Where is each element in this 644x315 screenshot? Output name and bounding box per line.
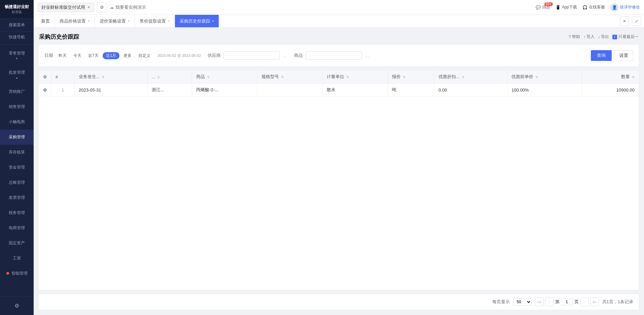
table-col-quoted[interactable]: 报价 ⇅ [388,70,434,83]
sidebar-item-payroll[interactable]: 工资 [0,251,34,266]
goods-more-icon[interactable]: … [365,53,369,58]
date-option-7days[interactable]: 近7天 [85,52,101,59]
table-col-more[interactable]: ... ⇅ [147,70,192,83]
table-row: ⚙ 1 2023-05-31 浙江... 丙烯酸-2-... 散水 吨 0.00… [39,83,639,97]
date-option-today[interactable]: 今天 [71,52,84,59]
help-label: 帮助 [572,34,580,40]
only-last-checkbox[interactable]: ✓ 只看最后一 [612,34,639,40]
sidebar-item-inventory[interactable]: 库存核算 [0,145,34,160]
page-last-button[interactable]: ⏭ [590,298,599,306]
help-button[interactable]: ? 帮助 [569,34,580,40]
sidebar-item-label: 资金管理 [9,165,25,170]
settings-button[interactable]: 设置 [614,50,633,61]
data-table-container: ⚙ # 业务发生... ⇅ ... ⇅ 商品 ⇅ 规格型号 ⇅ 计量单位 ⇅ 报… [39,70,639,290]
topbar-settings-button[interactable]: ⚙ [97,2,107,12]
sidebar-item-purchase[interactable]: 采购管理 [0,130,34,145]
sort-icon: ⇅ [403,75,405,79]
tab-sale-extract[interactable]: 售价提取设置 × [135,15,175,27]
demo-button[interactable]: ☁ 我要看实例演示 [110,4,146,10]
export-button[interactable]: ↓ 导出 [598,34,609,40]
message-button[interactable]: 💬 消息 99+ [536,4,550,10]
sidebar-item-wholesale[interactable]: 批发管理 ▲ [0,65,34,84]
sidebar-item-sales[interactable]: 销售管理 [0,99,34,114]
page-prev-button[interactable]: ‹ [545,298,554,306]
phone-icon: 📱 [556,5,561,10]
page-number-input[interactable] [561,299,573,305]
tab-home[interactable]: 首页 [36,15,55,27]
message-badge: 99+ [544,2,553,6]
tab-price[interactable]: 商品价格设置 × [55,15,95,27]
row-spec [257,83,323,97]
close-icon[interactable]: × [168,19,170,23]
sidebar-item-retail[interactable]: 零售管理 ▼ [0,46,34,65]
sidebar-search[interactable]: 搜索菜单 [0,19,34,32]
per-page-select[interactable]: 50 100 200 [513,298,532,306]
tabbar-tabs: 首页 商品价格设置 × 进价策略设置 × 售价提取设置 × 采购历史价跟踪 × [36,15,219,27]
tab-fullscreen-button[interactable]: ⤢ [632,16,641,26]
table-col-pre-discount-price[interactable]: 优惠前单价 ⇅ [507,70,582,83]
tab-purchase-history[interactable]: 采购历史价跟踪 × [175,15,219,27]
date-option-more[interactable]: 更多 [121,52,134,59]
table-col-date[interactable]: 业务发生... ⇅ [74,70,147,83]
sidebar-item-label: 营销推广 [9,89,25,95]
table-col-quantity[interactable]: 数量 ⇅ [582,70,639,83]
table-col-goods[interactable]: 商品 ⇅ [192,70,257,83]
sort-icon: ⇅ [157,75,160,79]
row-discount: 0.00 [434,83,507,97]
page-total: 共1页，1条记录 [602,299,633,305]
sidebar-item-finance[interactable]: 资金管理 [0,160,34,175]
settings-icon[interactable]: ⚙ [0,300,34,312]
app-download-button[interactable]: 📱 App下载 [556,4,577,10]
sort-icon: ⇅ [346,75,349,79]
per-page-label: 每页显示 [492,299,510,305]
row-gear[interactable]: ⚙ [39,83,51,97]
export-label: 导出 [601,34,609,40]
query-button[interactable]: 查询 [591,50,612,61]
online-service-button[interactable]: 🎧 在线客服 [582,4,605,10]
table-col-discount[interactable]: 优惠折扣... ⇅ [434,70,507,83]
close-icon[interactable]: × [88,19,90,23]
company-selector[interactable]: 好业财标准版交付试用 ▼ [38,3,94,12]
sidebar: 畅捷通好业财 标准版 搜索菜单 快捷导航 零售管理 ▼ 批发管理 ▲ 营销推广 … [0,0,34,315]
date-option-yesterday[interactable]: 昨天 [56,52,69,59]
sidebar-item-label: 智能管理 [11,271,28,276]
demo-label: 我要看实例演示 [115,4,146,10]
page-header: 采购历史价跟踪 ? 帮助 ↑ 导入 ↓ 导出 ✓ 只 [39,33,639,41]
table-col-gear[interactable]: ⚙ [39,70,51,83]
supplier-more-icon[interactable]: … [283,53,287,58]
sidebar-item-invoice[interactable]: 发票管理 [0,190,34,205]
avatar: 👤 [610,3,618,11]
sidebar-item-fixed-assets[interactable]: 固定资产 [0,236,34,251]
sidebar-item-smart[interactable]: 智能管理 [0,266,34,281]
goods-input[interactable] [306,51,362,60]
sidebar-item-ecommerce-small[interactable]: 小畅电商 [0,114,34,130]
row-quantity: 10900.00 [582,83,639,97]
sidebar-item-label: 采购管理 [9,134,25,140]
sidebar-item-ecommerce[interactable]: 电商管理 [0,220,34,236]
page-content: 采购历史价跟踪 ? 帮助 ↑ 导入 ↓ 导出 ✓ 只 [34,28,644,315]
user-menu-button[interactable]: 👤 徐泽华修改 [610,3,640,11]
row-date: 2023-05-31 [74,83,147,97]
sidebar-item-label: 销售管理 [9,104,25,110]
sidebar-quick-nav[interactable]: 快捷导航 [0,32,34,43]
tab-label: 进价策略设置 [100,18,126,24]
supplier-input[interactable] [223,51,280,60]
page-next-button[interactable]: › [580,298,589,306]
close-icon[interactable]: × [128,19,130,23]
sidebar-item-marketing[interactable]: 营销推广 [0,84,34,99]
sidebar-item-tax[interactable]: 税务管理 [0,205,34,220]
close-icon[interactable]: × [212,19,214,23]
logo-title: 畅捷通好业财 [3,4,31,10]
sidebar-item-general-ledger[interactable]: 总账管理 [0,175,34,190]
sort-icon: ⇅ [102,75,104,79]
table-col-unit[interactable]: 计量单位 ⇅ [323,70,388,83]
date-option-custom[interactable]: 自定义 [136,52,153,59]
import-button[interactable]: ↑ 导入 [583,34,595,40]
sidebar-divider-1 [0,44,34,44]
table-col-spec[interactable]: 规格型号 ⇅ [257,70,323,83]
tab-close-button[interactable]: ✕ [620,16,629,26]
sidebar-item-label: 总账管理 [9,180,25,185]
date-option-1month[interactable]: 近1月 [103,52,120,59]
tab-strategy[interactable]: 进价策略设置 × [95,15,135,27]
page-first-button[interactable]: ⏮ [535,298,544,306]
